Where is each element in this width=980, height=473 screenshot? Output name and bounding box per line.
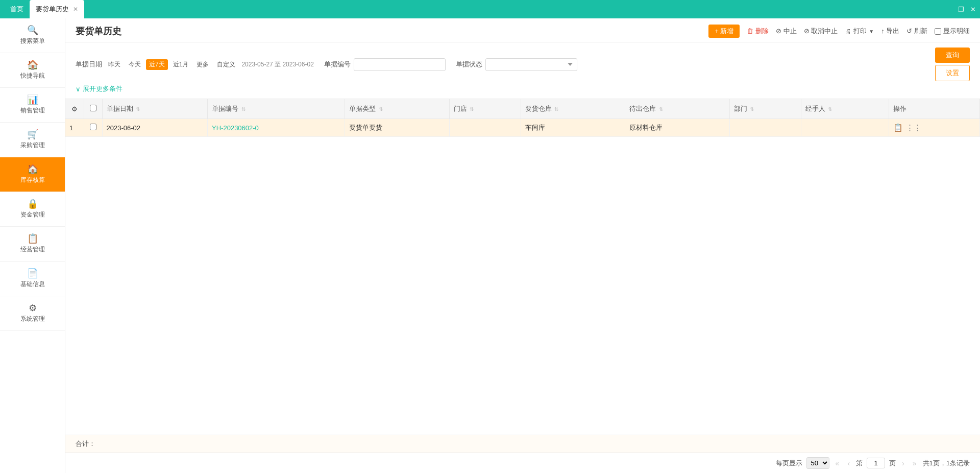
date-filter-group: 单据日期 昨天 今天 近7天 近1月 更多 自定义 2023-05-27 至 2… bbox=[76, 59, 314, 70]
sidebar-item-base-info[interactable]: 📄 基础信息 bbox=[0, 262, 65, 296]
col-department[interactable]: 部门 ⇅ bbox=[729, 99, 801, 119]
date-range-display: 2023-05-27 至 2023-06-02 bbox=[241, 60, 313, 69]
sort-department-icon: ⇅ bbox=[750, 106, 754, 112]
shortcut-last1month[interactable]: 近1月 bbox=[170, 59, 192, 70]
purchase-mgmt-icon: 🛒 bbox=[27, 130, 38, 139]
order-no-label: 单据编号 bbox=[324, 60, 351, 69]
total-info: 共1页，1条记录 bbox=[923, 459, 970, 468]
sidebar-item-purchase-mgmt[interactable]: 🛒 采购管理 bbox=[0, 123, 65, 157]
row-edit-icon[interactable]: 📋 bbox=[893, 123, 903, 132]
inventory-icon: 🏠 bbox=[27, 164, 38, 174]
first-page-button[interactable]: « bbox=[834, 458, 842, 468]
sidebar-item-finance-mgmt[interactable]: 🔒 资金管理 bbox=[0, 192, 65, 227]
row-checkbox[interactable] bbox=[90, 124, 96, 130]
row-checkbox-cell[interactable] bbox=[84, 119, 102, 137]
col-checkbox[interactable] bbox=[84, 99, 102, 119]
row-department bbox=[729, 119, 801, 137]
shortcut-today[interactable]: 今天 bbox=[126, 59, 144, 70]
top-bar-right: ❐ ✕ bbox=[958, 6, 976, 13]
system-mgmt-icon: ⚙ bbox=[29, 303, 37, 313]
col-order-no[interactable]: 单据编号 ⇅ bbox=[208, 99, 345, 119]
select-all-checkbox[interactable] bbox=[90, 105, 96, 111]
cancel-stop-button[interactable]: ⊘ 取消中止 bbox=[804, 27, 838, 36]
order-no-link[interactable]: YH-20230602-0 bbox=[212, 124, 259, 132]
export-button[interactable]: ↑ 导出 bbox=[881, 27, 899, 36]
row-ops-cell: 📋 ⋮⋮ bbox=[889, 119, 979, 137]
row-date: 2023-06-02 bbox=[102, 119, 208, 137]
sort-order-no-icon: ⇅ bbox=[241, 106, 246, 112]
col-pending-warehouse[interactable]: 待出仓库 ⇅ bbox=[625, 99, 729, 119]
row-index: 1 bbox=[65, 119, 84, 137]
tab-close-icon[interactable]: ✕ bbox=[73, 6, 78, 13]
main-layout: 🔍 搜索菜单 🏠 快捷导航 📊 销售管理 🛒 采购管理 🏠 库存核算 🔒 资金管… bbox=[0, 18, 980, 473]
col-ops: 操作 bbox=[889, 99, 979, 119]
filter-row: 单据日期 昨天 今天 近7天 近1月 更多 自定义 2023-05-27 至 2… bbox=[76, 48, 970, 81]
tab-requisition-history[interactable]: 要货单历史 ✕ bbox=[30, 0, 84, 18]
page-input[interactable]: 1 bbox=[867, 458, 885, 468]
action-buttons: 查询 设置 bbox=[935, 48, 970, 81]
order-no-filter-group: 单据编号 bbox=[324, 58, 446, 71]
per-page-select[interactable]: 50 bbox=[806, 457, 829, 469]
sidebar: 🔍 搜索菜单 🏠 快捷导航 📊 销售管理 🛒 采购管理 🏠 库存核算 🔒 资金管… bbox=[0, 18, 65, 473]
operations-mgmt-icon: 📋 bbox=[27, 234, 38, 243]
toolbar: + 新增 🗑 删除 ⊘ 中止 ⊘ 取消中止 🖨 打印 ▼ ↑ 导出 ↺ 刷新 显… bbox=[708, 25, 970, 38]
refresh-button[interactable]: ↺ 刷新 bbox=[906, 27, 927, 36]
row-handler bbox=[801, 119, 889, 137]
top-bar: 首页 要货单历史 ✕ ❐ ✕ bbox=[0, 0, 980, 18]
restore-icon[interactable]: ❐ bbox=[958, 6, 964, 13]
table-container: ⚙ 单据日期 ⇅ 单据编号 ⇅ 单据类型 bbox=[65, 99, 980, 435]
sidebar-item-inventory[interactable]: 🏠 库存核算 bbox=[0, 157, 65, 192]
shortcut-custom[interactable]: 自定义 bbox=[214, 59, 238, 70]
shortcut-more[interactable]: 更多 bbox=[193, 59, 212, 70]
sidebar-item-quick-nav[interactable]: 🏠 快捷导航 bbox=[0, 53, 65, 88]
ops-icons: 📋 ⋮⋮ bbox=[893, 123, 975, 132]
col-store[interactable]: 门店 ⇅ bbox=[449, 99, 521, 119]
show-detail-checkbox-label[interactable]: 显示明细 bbox=[935, 27, 970, 36]
sort-pending-warehouse-icon: ⇅ bbox=[659, 106, 663, 112]
sort-date-icon: ⇅ bbox=[136, 106, 140, 112]
content-area: 要货单历史 + 新增 🗑 删除 ⊘ 中止 ⊘ 取消中止 🖨 打印 ▼ ↑ 导出 … bbox=[65, 18, 980, 473]
finance-mgmt-icon: 🔒 bbox=[27, 199, 38, 208]
col-date[interactable]: 单据日期 ⇅ bbox=[102, 99, 208, 119]
table-row: 1 2023-06-02 YH-20230602-0 要货单要货 车间库 原材料… bbox=[65, 119, 980, 137]
next-page-button[interactable]: › bbox=[900, 458, 906, 468]
sales-mgmt-icon: 📊 bbox=[27, 95, 38, 104]
tab-home[interactable]: 首页 bbox=[4, 0, 30, 18]
order-no-input[interactable] bbox=[354, 58, 446, 71]
shortcut-last7days[interactable]: 近7天 bbox=[146, 59, 168, 70]
col-req-warehouse[interactable]: 要货仓库 ⇅ bbox=[521, 99, 625, 119]
page-suffix: 页 bbox=[889, 459, 896, 468]
row-order-no[interactable]: YH-20230602-0 bbox=[208, 119, 345, 137]
expand-more-button[interactable]: ∨ 展开更多条件 bbox=[76, 84, 970, 93]
total-label: 合计： bbox=[76, 440, 95, 447]
col-settings[interactable]: ⚙ bbox=[65, 99, 84, 119]
col-handler[interactable]: 经手人 ⇅ bbox=[801, 99, 889, 119]
sidebar-item-operations-mgmt[interactable]: 📋 经营管理 bbox=[0, 227, 65, 262]
window-close-icon[interactable]: ✕ bbox=[970, 6, 976, 13]
sidebar-item-search-menu[interactable]: 🔍 搜索菜单 bbox=[0, 18, 65, 53]
sidebar-item-sales-mgmt[interactable]: 📊 销售管理 bbox=[0, 88, 65, 123]
add-button[interactable]: + 新增 bbox=[708, 25, 740, 38]
delete-button[interactable]: 🗑 删除 bbox=[747, 27, 769, 36]
print-icon: 🖨 bbox=[845, 28, 851, 35]
sort-order-type-icon: ⇅ bbox=[379, 106, 383, 112]
row-more-icon[interactable]: ⋮⋮ bbox=[906, 123, 921, 132]
date-shortcuts: 昨天 今天 近7天 近1月 更多 自定义 bbox=[105, 59, 238, 70]
expand-icon: ∨ bbox=[76, 85, 81, 93]
setting-button[interactable]: 设置 bbox=[935, 65, 970, 81]
sidebar-item-system-mgmt[interactable]: ⚙ 系统管理 bbox=[0, 296, 65, 331]
search-menu-icon: 🔍 bbox=[27, 26, 38, 35]
stop-button[interactable]: ⊘ 中止 bbox=[776, 27, 797, 36]
date-filter-label: 单据日期 bbox=[76, 60, 102, 69]
table-footer: 合计： bbox=[65, 435, 980, 453]
last-page-button[interactable]: » bbox=[911, 458, 919, 468]
col-order-type[interactable]: 单据类型 ⇅ bbox=[345, 99, 449, 119]
prev-page-button[interactable]: ‹ bbox=[845, 458, 852, 468]
print-button[interactable]: 🖨 打印 ▼ bbox=[845, 27, 874, 36]
page-label: 第 bbox=[856, 459, 863, 468]
filter-bar: 单据日期 昨天 今天 近7天 近1月 更多 自定义 2023-05-27 至 2… bbox=[65, 42, 980, 99]
query-button[interactable]: 查询 bbox=[935, 48, 970, 63]
order-status-select[interactable] bbox=[485, 58, 577, 71]
show-detail-checkbox[interactable] bbox=[935, 28, 941, 35]
shortcut-yesterday[interactable]: 昨天 bbox=[105, 59, 124, 70]
